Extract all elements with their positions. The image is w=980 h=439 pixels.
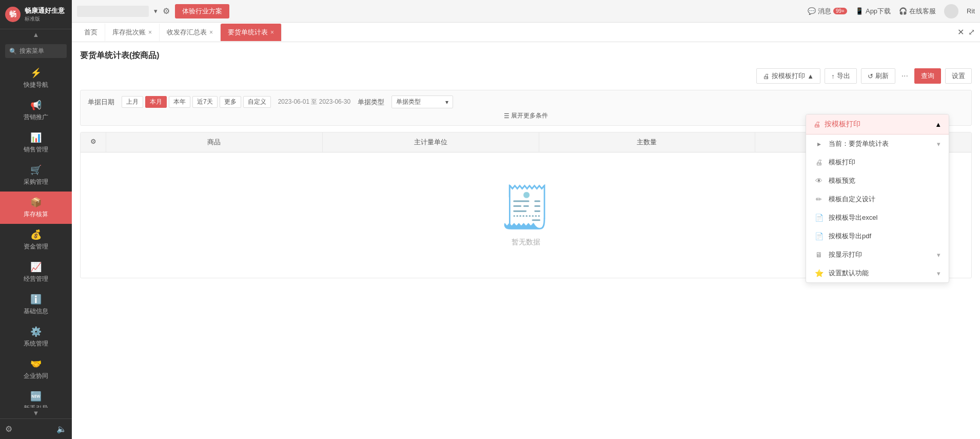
dropdown-item-template-preview[interactable]: 👁模板预览: [806, 171, 949, 190]
user-avatar[interactable]: [944, 4, 958, 18]
message-label: 消息: [818, 7, 831, 16]
sidebar-item-marketing[interactable]: 📢营销推广: [0, 94, 72, 127]
dropdown-icon-default-func: ⭐: [814, 269, 824, 277]
tab-label-order-stats: 要货单统计表: [228, 28, 268, 37]
tab-home[interactable]: 首页: [77, 24, 105, 41]
tabs-right-actions: ✕ ⤢: [957, 27, 980, 37]
dropdown-label-template-pdf: 按模板导出pdf: [829, 232, 871, 241]
print-dropdown-icon: ▲: [807, 72, 814, 80]
dropdown-item-template-print[interactable]: 🖨模板打印: [806, 153, 949, 171]
sidebar-item-quick-nav[interactable]: ⚡快捷导航: [0, 62, 72, 94]
sidebar-label-system: 系统管理: [24, 339, 48, 348]
tab-receivable-summary[interactable]: 收发存汇总表×: [160, 24, 221, 41]
query-button[interactable]: 查询: [914, 68, 941, 84]
topbar-right: 💬 消息 99+ 📱 App下载 🎧 在线客服 Rit: [808, 4, 975, 18]
tab-close-order-stats[interactable]: ×: [270, 29, 274, 36]
sidebar-icon-guide: 🆕: [30, 391, 42, 402]
topbar-gear-icon[interactable]: ⚙: [163, 6, 170, 16]
tab-order-stats[interactable]: 要货单统计表×: [221, 24, 282, 41]
th-settings: ⚙: [81, 132, 106, 152]
refresh-button[interactable]: ↺ 刷新: [861, 68, 895, 84]
dropdown-item-template-custom[interactable]: ✏模板自定义设计: [806, 190, 949, 208]
sidebar-item-inventory[interactable]: 📦库存核算: [0, 192, 72, 224]
dropdown-label-template-custom: 模板自定义设计: [829, 195, 875, 204]
tab-label-home: 首页: [84, 28, 97, 37]
expand-more-button[interactable]: ☰ 展开更多条件: [504, 111, 548, 120]
type-select-arrow: ▾: [445, 99, 448, 106]
dropdown-icon-template-excel: 📄: [814, 214, 824, 222]
sidebar-icon-sales: 📊: [30, 132, 42, 143]
tab-close-inventory-batch[interactable]: ×: [148, 29, 152, 36]
date-btn-近7天[interactable]: 近7天: [192, 96, 218, 108]
toolbar: 🖨 按模板打印 ▲ ↑ 导出 ↺ 刷新 ··· 查询 设置: [80, 68, 972, 84]
sidebar-item-operation[interactable]: 📈经营管理: [0, 256, 72, 289]
dropdown-icon-template-custom: ✏: [814, 195, 824, 203]
dropdown-current-item[interactable]: ▸ 当前：要货单统计表 ▾: [806, 135, 949, 153]
sidebar-item-finance[interactable]: 💰资金管理: [0, 224, 72, 256]
topbar-dropdown-icon[interactable]: ▾: [154, 7, 158, 15]
sidebar-label-operation: 经营管理: [24, 275, 48, 283]
type-select-value: 单据类型: [396, 98, 421, 106]
sidebar-item-basic[interactable]: ℹ️基础信息: [0, 289, 72, 321]
expand-label: 展开更多条件: [511, 111, 548, 120]
type-filter-label: 单据类型: [358, 98, 384, 107]
online-service-btn[interactable]: 🎧 在线客服: [899, 7, 936, 16]
date-buttons: 上月本月本年近7天更多自定义: [122, 96, 271, 108]
message-icon: 💬: [808, 7, 816, 15]
sidebar-label-purchase: 采购管理: [24, 178, 48, 186]
dropdown-item-default-func[interactable]: ⭐设置默认功能▾: [806, 264, 949, 282]
settings-button[interactable]: 设置: [945, 68, 972, 84]
sidebar-item-system[interactable]: ⚙️系统管理: [0, 321, 72, 353]
date-btn-本月[interactable]: 本月: [145, 96, 167, 108]
print-button[interactable]: 🖨 按模板打印 ▲: [756, 68, 820, 84]
service-icon: 🎧: [899, 7, 907, 15]
dropdown-label-display-print: 按显示打印: [829, 250, 862, 259]
refresh-label: 刷新: [875, 71, 889, 81]
export-button[interactable]: ↑ 导出: [825, 68, 857, 84]
tab-close-receivable-summary[interactable]: ×: [209, 29, 213, 36]
date-btn-本年[interactable]: 本年: [169, 96, 190, 108]
sidebar-scroll-down[interactable]: ▼: [0, 408, 72, 418]
search-input[interactable]: [77, 6, 149, 17]
sound-icon[interactable]: 🔈: [56, 424, 67, 434]
sidebar-item-sales[interactable]: 📊销售管理: [0, 127, 72, 159]
dropdown-up-icon[interactable]: ▲: [935, 121, 942, 128]
type-select[interactable]: 单据类型 ▾: [391, 96, 453, 108]
date-btn-上月[interactable]: 上月: [122, 96, 143, 108]
sidebar-item-purchase[interactable]: 🛒采购管理: [0, 159, 72, 192]
sidebar-label-quick-nav: 快捷导航: [24, 81, 48, 89]
tab-inventory-batch[interactable]: 库存批次账×: [105, 24, 160, 41]
search-icon: 🔍: [9, 48, 17, 55]
dropdown-item-display-print[interactable]: 🖥按显示打印▾: [806, 245, 949, 264]
empty-icon: 🧾: [500, 183, 552, 232]
sidebar-item-guide[interactable]: 🆕新手引导: [0, 386, 72, 408]
dropdown-label-template-print: 模板打印: [829, 158, 855, 167]
expand-tab-button[interactable]: ⤢: [968, 27, 975, 37]
search-menu-button[interactable]: 🔍 搜索菜单: [5, 44, 67, 58]
settings-icon[interactable]: ⚙: [5, 424, 12, 434]
app-download-btn[interactable]: 📱 App下载: [855, 7, 891, 16]
trial-button[interactable]: 体验行业方案: [175, 4, 229, 18]
sidebar-label-sales: 销售管理: [24, 145, 48, 154]
expand-icon: ☰: [504, 112, 509, 120]
filter-row-1: 单据日期 上月本月本年近7天更多自定义 2023-06-01 至 2023-06…: [88, 96, 964, 108]
sidebar-item-enterprise[interactable]: 🤝企业协同: [0, 353, 72, 386]
more-dots[interactable]: ···: [899, 71, 910, 81]
dropdown-item-template-pdf[interactable]: 📄按模板导出pdf: [806, 227, 949, 245]
th-qty: 主数量: [539, 132, 756, 152]
close-tab-button[interactable]: ✕: [957, 27, 964, 37]
print-dropdown: 🖨 按模板打印 ▲ ▸ 当前：要货单统计表 ▾ 🖨模板打印👁模板预览✏模板自定义…: [806, 114, 949, 283]
sidebar-nav: ⚡快捷导航📢营销推广📊销售管理🛒采购管理📦库存核算💰资金管理📈经营管理ℹ️基础信…: [0, 62, 72, 408]
dropdown-item-template-excel[interactable]: 📄按模板导出excel: [806, 208, 949, 227]
th-product: 商品: [106, 132, 323, 152]
date-btn-更多[interactable]: 更多: [220, 96, 241, 108]
sidebar-label-enterprise: 企业协同: [24, 372, 48, 380]
app-subtitle: 标准版: [25, 15, 65, 23]
sidebar-icon-operation: 📈: [30, 261, 42, 273]
sidebar-scroll-up[interactable]: ▲: [0, 29, 72, 40]
current-icon: ▸: [814, 140, 824, 148]
username[interactable]: Rit: [967, 7, 975, 15]
date-btn-自定义[interactable]: 自定义: [243, 96, 271, 108]
dropdown-icon-template-print: 🖨: [814, 158, 824, 166]
message-btn[interactable]: 💬 消息 99+: [808, 7, 847, 16]
